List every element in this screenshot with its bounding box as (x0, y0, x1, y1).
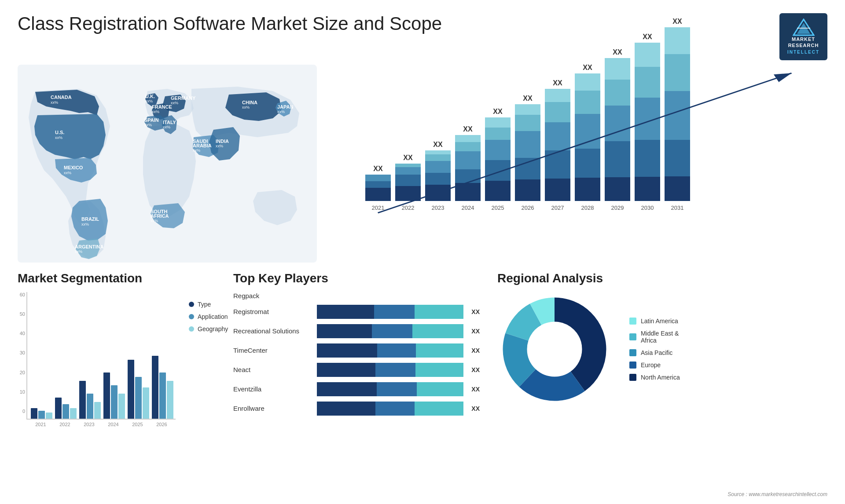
bar-seg1 (317, 402, 375, 416)
donut-chart (497, 292, 612, 406)
bar-seg5 (545, 89, 570, 102)
logo-icon (793, 18, 815, 36)
player-row-registromat: Registromat XX (233, 305, 480, 319)
seg-bar-type-2026 (152, 356, 158, 419)
bar-seg4 (605, 80, 630, 106)
seg-bar-app-2026 (159, 373, 166, 419)
bar-seg1 (575, 178, 600, 201)
legend-label-asia: Asia Pacific (641, 349, 672, 356)
svg-text:BRAZIL: BRAZIL (81, 216, 99, 222)
bar-label-2029: XX (613, 48, 622, 56)
player-name-eventzilla: Eventzilla (233, 385, 312, 393)
legend-latin-america: Latin America (629, 318, 680, 325)
svg-text:xx%: xx% (75, 249, 82, 254)
legend-color-mideast (629, 333, 636, 340)
svg-text:xx%: xx% (242, 105, 250, 110)
bar-group-2024: XX (455, 125, 481, 201)
seg-legend: Type Application Geography (189, 292, 228, 332)
player-name-registromat: Registromat (233, 308, 312, 315)
bar-seg3 (605, 106, 630, 141)
player-xx-recreational: XX (471, 328, 480, 335)
svg-text:INDIA: INDIA (216, 139, 229, 144)
bar-seg2 (515, 158, 540, 179)
player-bar-eventzilla (317, 382, 463, 396)
bar-stack-2030 (635, 43, 660, 201)
bar-seg1 (605, 177, 630, 201)
bar-seg2 (377, 343, 416, 358)
seg-bar-2026 (152, 356, 173, 419)
bar-label-2031: XX (672, 18, 682, 26)
bar-seg3 (545, 122, 570, 150)
bar-seg5 (485, 117, 511, 128)
bar-seg4 (665, 54, 690, 91)
seg-bar-2024 (103, 373, 125, 419)
bar-seg2 (377, 382, 417, 396)
bar-seg2 (575, 149, 600, 178)
bar-label-2027: XX (553, 79, 562, 87)
bar-label-2022: XX (403, 154, 412, 162)
bar-chart-section: XX XX (326, 65, 827, 263)
svg-text:xx%: xx% (145, 99, 153, 103)
bar-stack-2026 (515, 104, 540, 201)
player-name-neact: Neact (233, 366, 312, 373)
year-2029: 2029 (605, 205, 630, 211)
bar-seg1 (425, 185, 451, 201)
bar-seg2 (375, 363, 415, 377)
bars-container: XX XX (361, 69, 819, 201)
legend-label-latin: Latin America (641, 318, 678, 325)
svg-text:xx%: xx% (55, 135, 62, 140)
legend-application: Application (189, 313, 228, 320)
player-row-timecenter: TimeCenter XX (233, 343, 480, 358)
svg-text:ARABIA: ARABIA (193, 143, 212, 148)
seg-bar-geo-2022 (70, 408, 77, 419)
bar-seg3 (515, 131, 540, 158)
seg-bar-app-2021 (38, 411, 45, 419)
bar-seg1 (545, 179, 570, 201)
svg-text:xx%: xx% (144, 123, 152, 127)
svg-text:SPAIN: SPAIN (144, 117, 159, 123)
bar-seg5 (665, 27, 690, 54)
player-bar-registromat (317, 305, 463, 319)
svg-text:CANADA: CANADA (51, 95, 72, 100)
bar-seg5 (635, 43, 660, 67)
segmentation-title: Market Segmentation (18, 271, 216, 285)
svg-text:xx%: xx% (64, 171, 71, 175)
seg-bar-type-2024 (103, 373, 110, 419)
bar-seg4 (635, 67, 660, 97)
seg-chart-container: 60 50 40 30 20 10 0 (18, 292, 216, 427)
bar-stack-2025 (485, 117, 511, 201)
bar-seg3 (417, 382, 463, 396)
player-xx-enrollware: XX (471, 405, 480, 412)
bar-seg1 (635, 177, 660, 201)
bar-seg2 (395, 175, 421, 186)
player-name-enrollware: Enrollware (233, 405, 312, 412)
legend-dot-geography (189, 326, 194, 332)
bar-seg3 (485, 140, 511, 160)
svg-text:ITALY: ITALY (163, 120, 176, 125)
bar-label-2026: XX (523, 95, 532, 102)
seg-bar-2025 (128, 360, 149, 419)
player-xx-timecenter: XX (471, 347, 480, 354)
seg-bar-geo-2025 (143, 387, 149, 419)
top-content: CANADA xx% U.S. xx% MEXICO xx% BRAZIL xx… (0, 65, 845, 263)
seg-bar-type-2023 (79, 381, 86, 419)
player-bar-enrollware (317, 402, 463, 416)
bar-seg2 (455, 169, 481, 183)
bar-seg1 (395, 186, 421, 201)
seg-bar-type-2025 (128, 360, 134, 419)
svg-text:U.K.: U.K. (145, 94, 155, 99)
svg-text:MEXICO: MEXICO (64, 165, 83, 170)
bar-seg3 (415, 305, 463, 319)
bar-seg3 (415, 402, 463, 416)
svg-text:GERMANY: GERMANY (171, 95, 196, 101)
bar-seg2 (605, 141, 630, 177)
legend-label-north-america: North America (641, 374, 680, 381)
bar-seg1 (317, 305, 374, 319)
bar-stack-2024 (455, 135, 481, 201)
bar-seg5 (455, 135, 481, 142)
bar-stack-2027 (545, 89, 570, 201)
page-title: Class Registration Software Market Size … (18, 13, 442, 34)
legend-color-latin (629, 318, 636, 325)
legend-color-asia (629, 349, 636, 356)
bar-seg2 (635, 140, 660, 176)
